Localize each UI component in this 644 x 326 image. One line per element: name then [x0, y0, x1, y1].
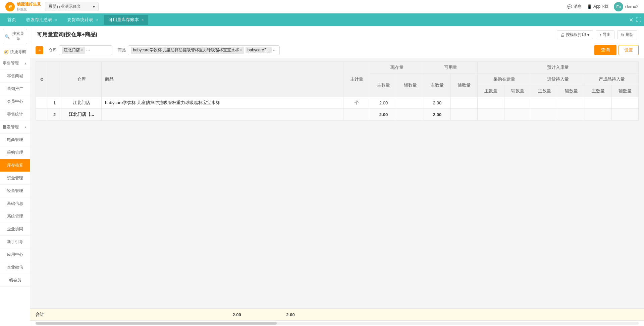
sidebar-item-ecommerce[interactable]: 电商管理 — [0, 134, 30, 146]
sidebar-item-enterprise[interactable]: 企业协同 — [0, 223, 30, 236]
export-icon: ↑ — [599, 33, 601, 37]
user-area[interactable]: Ea demo2 — [614, 2, 639, 11]
page-header: 可用量查询(按仓库+商品) 🖨 按模板打印 ▾ ↑ 导出 ↻ 刷新 — [30, 26, 644, 42]
td-incoming-aux-1 — [558, 97, 585, 109]
quick-nav-label: 快捷导航 — [10, 49, 26, 55]
chevron-icon-wholesale: ▲ — [24, 125, 27, 129]
print-label: 按模板打印 — [566, 32, 586, 38]
search-icon: 🔍 — [5, 34, 10, 39]
filter-toggle-btn[interactable]: » — [36, 46, 43, 54]
sidebar-item-retail-mall[interactable]: 零售商城 — [0, 70, 30, 83]
tab-income-label: 收发存汇总表 — [26, 17, 52, 23]
phone-icon: 📱 — [587, 4, 592, 9]
sidebar-item-wechat[interactable]: 企业微信 — [0, 261, 30, 274]
nav-tabs: 首页 收发存汇总表 × 要货单统计表 × 可用量库存账本 × ✕ ⛶ — [0, 13, 644, 26]
table-group-row: 2 江北门店【... 2.00 2.00 — [36, 109, 639, 121]
td-product-g — [102, 109, 343, 121]
sidebar-item-basic[interactable]: 基础信息 — [0, 197, 30, 210]
data-table: ⚙ 仓库 商品 主计量 现存量 可用量 预计入库量 主数量 辅数量 主数量 — [36, 61, 639, 121]
sidebar-label-retail: 零售管理 — [3, 60, 19, 66]
sidebar-item-member[interactable]: 会员中心 — [0, 95, 30, 108]
sidebar-item-newbie[interactable]: 新手引导 — [0, 236, 30, 248]
td-incoming-aux-g — [558, 109, 585, 121]
sidebar-search-area: 🔍 搜索菜单 — [0, 26, 30, 47]
th-settings: ⚙ — [36, 62, 48, 97]
footer-label: 合计 — [36, 312, 223, 318]
remove-warehouse-tag-icon[interactable]: × — [81, 48, 83, 52]
sidebar-label-retail-stat: 零售统计 — [7, 111, 23, 117]
td-stock-aux-g — [397, 109, 424, 121]
th-produce-aux: 辅数量 — [612, 85, 639, 97]
close-income-icon[interactable]: × — [55, 18, 57, 22]
td-product-1: babycare学饮杯 儿童防摔防撞吸管杯重力球吸嘴杯宝宝水杯 — [102, 97, 343, 109]
product-tag2-text: babycare?... — [248, 48, 270, 52]
app-download-btn[interactable]: 📱 App下载 — [587, 4, 608, 9]
tab-inventory[interactable]: 可用量库存账本 × — [104, 15, 148, 25]
export-label: 导出 — [603, 32, 611, 38]
product-filter-input[interactable]: babycare学饮杯 儿童防摔防撞吸管杯重力球吸嘴杯宝宝水杯 × babyca… — [128, 45, 279, 55]
warehouse-filter-label: 仓库 — [49, 47, 57, 53]
sidebar-item-wholesale[interactable]: 批发管理 ▲ — [0, 121, 30, 134]
td-produce-aux-g — [612, 109, 639, 121]
warehouse-filter-more-icon[interactable]: ··· — [86, 48, 90, 53]
settings-icon[interactable]: ⚙ — [40, 77, 44, 82]
store-selector[interactable]: 母婴行业演示账套 ▾ — [45, 2, 99, 11]
logo-text: 畅捷通好生意 标准版 — [17, 1, 41, 12]
scrollbar-area — [30, 320, 644, 326]
toggle-icon: » — [38, 48, 41, 53]
page-title: 可用量查询(按仓库+商品) — [37, 31, 97, 38]
sidebar-item-purchase[interactable]: 采购管理 — [0, 146, 30, 159]
sidebar-item-retail[interactable]: 零售管理 ▲ — [0, 57, 30, 70]
tab-income[interactable]: 收发存汇总表 × — [21, 15, 62, 25]
sidebar-item-system[interactable]: 系统管理 — [0, 210, 30, 223]
sidebar-item-ops[interactable]: 经营管理 — [0, 185, 30, 197]
quick-nav-btn[interactable]: 🧭 快捷导航 — [0, 47, 30, 57]
sidebar-item-inventory[interactable]: 库存核算 — [0, 159, 30, 172]
close-window-icon[interactable]: ✕ — [629, 17, 633, 23]
query-btn[interactable]: 查询 — [594, 45, 616, 55]
sidebar-item-appstore[interactable]: 应用中心 — [0, 248, 30, 261]
footer-avail-main: 2.00 — [277, 312, 304, 317]
export-btn[interactable]: ↑ 导出 — [596, 30, 614, 39]
td-purchase-main-1 — [478, 97, 504, 109]
warehouse-tag-text: 江北门店 — [64, 47, 80, 53]
top-bar-left: 好 畅捷通好生意 标准版 母婴行业演示账套 ▾ — [5, 1, 99, 12]
sidebar-label-member: 会员中心 — [7, 99, 23, 104]
chevron-down-print-icon: ▾ — [587, 33, 589, 37]
tab-inventory-label: 可用量库存账本 — [108, 17, 139, 23]
sidebar-item-retail-stat[interactable]: 零售统计 — [0, 108, 30, 121]
td-stock-main-1: 2.00 — [370, 97, 397, 109]
remove-product-tag1-icon[interactable]: × — [240, 48, 242, 52]
sidebar-label-inventory: 库存核算 — [7, 162, 23, 168]
sidebar-item-finance[interactable]: 资金管理 — [0, 172, 30, 185]
message-btn[interactable]: 💬 消息 — [567, 4, 582, 9]
close-order-icon[interactable]: × — [96, 18, 98, 22]
tab-home[interactable]: 首页 — [3, 15, 21, 25]
filter-action-group: 查询 设置 — [594, 45, 639, 55]
refresh-label: 刷新 — [626, 32, 634, 38]
sidebar-label-system: 系统管理 — [7, 214, 23, 219]
print-btn[interactable]: 🖨 按模板打印 ▾ — [557, 30, 593, 39]
close-inventory-icon[interactable]: × — [142, 18, 144, 22]
sidebar-item-marketing[interactable]: 营销推广 — [0, 83, 30, 95]
td-produce-aux-1 — [612, 97, 639, 109]
scroll-thumb[interactable] — [36, 322, 277, 325]
td-unit-g — [343, 109, 370, 121]
settings-btn[interactable]: 设置 — [619, 45, 639, 55]
sidebar-label-ops: 经营管理 — [7, 188, 23, 194]
logo-area: 好 畅捷通好生意 标准版 — [5, 1, 41, 12]
scroll-track — [36, 322, 639, 325]
compass-icon: 🧭 — [4, 50, 9, 54]
product-filter-more-icon[interactable]: ··· — [273, 48, 277, 53]
tab-order[interactable]: 要货单统计表 × — [62, 15, 103, 25]
maximize-icon[interactable]: ⛶ — [636, 17, 641, 23]
chevron-icon-retail: ▲ — [24, 61, 27, 65]
sidebar-item-member2[interactable]: 畅会员 — [0, 274, 30, 287]
th-product: 商品 — [102, 62, 343, 97]
td-purchase-aux-1 — [504, 97, 531, 109]
refresh-btn[interactable]: ↻ 刷新 — [617, 30, 637, 39]
message-label: 消息 — [574, 4, 582, 9]
th-warehouse: 仓库 — [61, 62, 102, 97]
warehouse-filter-input[interactable]: 江北门店 × ··· — [59, 45, 112, 55]
search-menu-btn[interactable]: 🔍 搜索菜单 — [3, 29, 27, 44]
